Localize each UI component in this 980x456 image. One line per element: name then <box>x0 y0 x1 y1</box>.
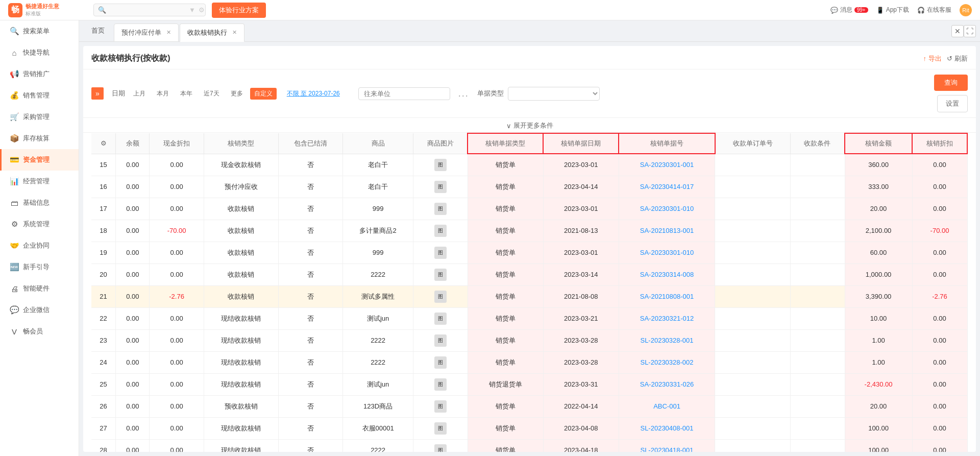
cell-cancel-doc-no[interactable]: SA-20210808-001 <box>619 285 715 307</box>
date-this-year[interactable]: 本年 <box>176 88 197 100</box>
cell-cancel-doc-type: 销货单 <box>468 198 543 220</box>
cancel-doc-no-link[interactable]: SA-20230414-017 <box>640 183 694 190</box>
online-service-btn[interactable]: 🎧 在线客服 <box>917 6 951 14</box>
doc-type-select[interactable] <box>508 87 600 101</box>
cell-cancel-doc-no[interactable]: SA-20230301-001 <box>619 154 715 176</box>
cell-cancel-doc-no[interactable]: SL-20230408-001 <box>619 417 715 439</box>
refresh-btn[interactable]: ↺ 刷新 <box>947 54 968 63</box>
sidebar-item-enterprise[interactable]: 🤝企业协同 <box>0 235 79 256</box>
cell-cancel-doc-no[interactable]: SL-20230328-002 <box>619 351 715 373</box>
sidebar-item-inventory[interactable]: 📦库存核算 <box>0 128 79 149</box>
sidebar-item-nav[interactable]: ⌂快捷导航 <box>0 42 79 63</box>
cell-cancel-discount: 0.00 <box>912 176 967 198</box>
sidebar-label-marketing: 营销推广 <box>23 69 50 79</box>
query-btn[interactable]: 查询 <box>934 75 968 91</box>
from-unit-input[interactable] <box>358 87 450 100</box>
cancel-doc-no-link[interactable]: ABC-001 <box>653 402 680 410</box>
filter-toggle-btn[interactable]: » <box>91 87 104 100</box>
cell-cancel-doc-type: 销货单 <box>468 439 543 452</box>
cancel-doc-no-link[interactable]: SA-20230314-008 <box>640 271 694 278</box>
filter-dots: ... <box>458 88 469 99</box>
cell-row-no: 23 <box>91 329 116 351</box>
app-download-btn[interactable]: 📱 App下载 <box>876 6 909 14</box>
main-layout: 🔍搜索菜单⌂快捷导航📢营销推广💰销售管理🛒采购管理📦库存核算💳资金管理📊经营管理… <box>0 20 980 456</box>
cancel-doc-no-link[interactable]: SA-20210808-001 <box>640 293 694 300</box>
search-input[interactable] <box>109 7 186 14</box>
cell-cancel-doc-no[interactable]: SA-20230314-008 <box>619 263 715 285</box>
tab-close-all-btn[interactable]: ✕ <box>951 25 964 37</box>
col-include-settled-header: 包含已结清 <box>279 133 343 154</box>
cell-cancel-doc-type: 销货单 <box>468 154 543 176</box>
cell-cancel-doc-no[interactable]: SA-20230301-010 <box>619 242 715 263</box>
user-avatar[interactable]: Rit <box>960 4 972 16</box>
tab-collection-close[interactable]: ✕ <box>232 29 237 36</box>
cancel-doc-no-link[interactable]: SA-20230331-026 <box>640 380 694 388</box>
cancel-doc-no-link[interactable]: SL-20230408-001 <box>640 424 693 432</box>
industry-btn[interactable]: 体验行业方案 <box>212 3 266 18</box>
tab-prepay[interactable]: 预付冲应付单 ✕ <box>114 23 179 42</box>
gear-icon[interactable]: ⚙ <box>199 6 205 14</box>
cell-balance: 0.00 <box>116 307 150 329</box>
message-btn[interactable]: 💬 消息 99+ <box>830 6 868 14</box>
top-search-box[interactable]: 🔍 ▼ ⚙ <box>93 4 206 16</box>
date-7days[interactable]: 近7天 <box>200 88 224 100</box>
date-custom-btn[interactable]: 自定义 <box>250 88 277 100</box>
sidebar-item-search[interactable]: 🔍搜索菜单 <box>0 20 79 42</box>
sidebar-item-business[interactable]: 📊经营管理 <box>0 171 79 192</box>
sidebar-item-finance[interactable]: 💳资金管理 <box>0 149 79 171</box>
cell-cancel-doc-no[interactable]: SA-20230301-010 <box>619 198 715 220</box>
col-balance-header: 余额 <box>116 133 150 154</box>
cell-cancel-doc-type: 销货单 <box>468 395 543 417</box>
tab-collection[interactable]: 收款核销执行 ✕ <box>180 23 244 42</box>
cancel-doc-no-link[interactable]: SL-20230328-002 <box>640 358 693 366</box>
col-settings-header[interactable]: ⚙ <box>91 133 116 154</box>
cancel-doc-no-link[interactable]: SL-20230328-001 <box>640 337 693 344</box>
cell-cancel-doc-no[interactable]: SA-20230414-017 <box>619 176 715 198</box>
settings-btn[interactable]: 设置 <box>937 95 968 112</box>
cell-cancel-doc-no[interactable]: ABC-001 <box>619 395 715 417</box>
sidebar-item-purchase[interactable]: 🛒采购管理 <box>0 106 79 128</box>
date-range-display[interactable]: 不限 至 2023-07-26 <box>287 89 340 98</box>
date-more[interactable]: 更多 <box>227 88 247 100</box>
tab-prepay-close[interactable]: ✕ <box>166 29 171 36</box>
cancel-doc-no-link[interactable]: SA-20230301-010 <box>640 249 694 256</box>
sidebar-item-sales[interactable]: 💰销售管理 <box>0 85 79 106</box>
sidebar-item-wechat[interactable]: 💬企业微信 <box>0 299 79 321</box>
doc-type-label: 单据类型 <box>477 89 504 98</box>
cell-cancel-type: 预付冲应收 <box>204 176 278 198</box>
cell-product: 测试jun <box>343 373 413 395</box>
cell-cancel-doc-date: 2022-04-14 <box>543 395 619 417</box>
cancel-doc-no-link[interactable]: SA-20230321-012 <box>640 315 694 322</box>
cell-cancel-discount: -2.76 <box>912 285 967 307</box>
tab-home[interactable]: 首页 <box>83 20 113 42</box>
sidebar-item-member[interactable]: V畅会员 <box>0 321 79 342</box>
cell-cancel-doc-no[interactable]: SA-20230331-026 <box>619 373 715 395</box>
date-last-month[interactable]: 上月 <box>129 88 150 100</box>
sidebar-item-base[interactable]: 🗃基础信息 <box>0 192 79 213</box>
export-btn[interactable]: ↑ 导出 <box>923 54 942 63</box>
table-row: 16 0.00 0.00 预付冲应收 否 老白干 图 销货单 2023-04-1… <box>91 176 967 198</box>
sidebar-item-marketing[interactable]: 📢营销推广 <box>0 63 79 85</box>
cell-product-image: 图 <box>413 176 468 198</box>
export-icon: ↑ <box>923 55 927 62</box>
expand-more-btn[interactable]: ∨ 展开更多条件 <box>506 121 553 130</box>
tab-expand-btn[interactable]: ⛶ <box>964 25 976 37</box>
cell-cancel-doc-no[interactable]: SL-20230328-001 <box>619 329 715 351</box>
date-this-month[interactable]: 本月 <box>153 88 173 100</box>
cell-include-settled: 否 <box>279 417 343 439</box>
cell-row-no: 24 <box>91 351 116 373</box>
dropdown-icon: ▼ <box>189 6 195 14</box>
cell-cancel-doc-no[interactable]: SL-20230418-001 <box>619 439 715 452</box>
cell-cancel-doc-no[interactable]: SA-20230321-012 <box>619 307 715 329</box>
sidebar-item-guide[interactable]: 🆕新手引导 <box>0 256 79 278</box>
cancel-doc-no-link[interactable]: SL-20230418-001 <box>640 446 693 452</box>
table-row: 17 0.00 0.00 收款核销 否 999 图 销货单 2023-03-01… <box>91 198 967 220</box>
cell-cancel-doc-date: 2023-03-01 <box>543 154 619 176</box>
cancel-doc-no-link[interactable]: SA-20230301-010 <box>640 205 694 212</box>
sidebar-item-system[interactable]: ⚙系统管理 <box>0 213 79 235</box>
cancel-doc-no-link[interactable]: SA-20230301-001 <box>640 161 694 169</box>
cell-cash-discount: 0.00 <box>150 242 204 263</box>
cell-cancel-doc-no[interactable]: SA-20210813-001 <box>619 220 715 242</box>
cancel-doc-no-link[interactable]: SA-20210813-001 <box>640 227 694 234</box>
sidebar-item-hardware[interactable]: 🖨智能硬件 <box>0 278 79 299</box>
